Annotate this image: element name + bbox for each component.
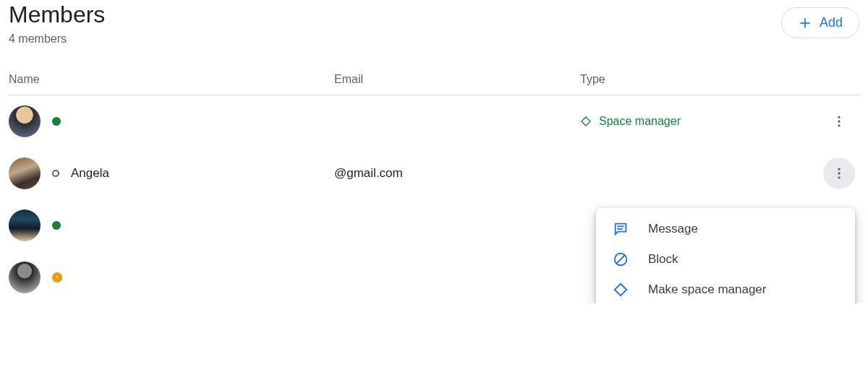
member-name: Angela — [71, 166, 109, 181]
menu-item-message[interactable]: Message — [596, 214, 855, 244]
menu-item-label: Message — [648, 222, 698, 236]
svg-point-2 — [838, 116, 840, 118]
add-button[interactable]: Add — [781, 7, 859, 38]
menu-item-label: Block — [648, 252, 678, 267]
menu-item-block[interactable]: Block — [596, 244, 855, 275]
member-type: Space manager — [599, 115, 681, 128]
svg-point-5 — [838, 168, 840, 170]
presence-active-icon — [52, 221, 61, 230]
column-header-name: Name — [9, 73, 334, 86]
menu-item-label: Make space manager — [648, 282, 766, 297]
svg-line-11 — [617, 256, 625, 264]
message-icon — [613, 221, 629, 237]
column-header-email: Email — [334, 73, 580, 86]
avatar — [9, 210, 41, 241]
menu-item-make-manager[interactable]: Make space manager — [596, 275, 855, 303]
svg-point-3 — [838, 120, 840, 122]
member-email: @gmail.com — [334, 166, 580, 181]
svg-point-7 — [838, 176, 840, 178]
context-menu: Message Block Make space manager Remove … — [596, 208, 855, 303]
kebab-icon — [832, 114, 846, 129]
svg-point-4 — [838, 124, 840, 126]
diamond-icon — [580, 116, 592, 127]
svg-point-6 — [838, 172, 840, 174]
table-row: Angela @gmail.com — [9, 147, 859, 199]
more-options-button[interactable] — [823, 105, 855, 137]
diamond-icon — [613, 282, 629, 298]
presence-offline-icon — [52, 170, 59, 177]
member-count: 4 members — [9, 33, 105, 46]
presence-idle-icon — [52, 272, 62, 282]
avatar — [9, 157, 41, 189]
avatar — [9, 105, 41, 137]
block-icon — [613, 251, 629, 267]
add-button-label: Add — [820, 15, 843, 30]
more-options-button[interactable] — [823, 157, 855, 189]
avatar — [9, 262, 41, 293]
presence-active-icon — [52, 117, 61, 126]
column-header-type: Type — [580, 73, 819, 86]
plus-icon — [798, 16, 812, 30]
page-title: Members — [9, 1, 105, 28]
table-row: Space manager — [9, 95, 859, 147]
kebab-icon — [832, 166, 846, 181]
